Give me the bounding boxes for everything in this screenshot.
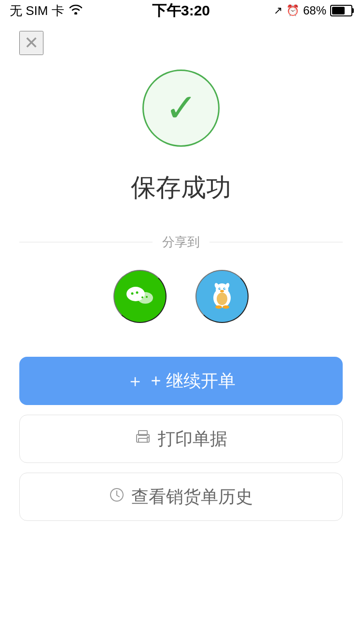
divider-left [19, 242, 153, 242]
close-button[interactable]: ✕ [19, 31, 43, 55]
svg-point-17 [215, 305, 222, 308]
success-title: 保存成功 [131, 171, 231, 205]
share-divider: 分享到 [19, 234, 343, 251]
continue-order-button[interactable]: ＋ + 继续开单 [19, 357, 343, 405]
battery-fill [332, 7, 345, 14]
status-right: ↗ ⏰ 68% [274, 4, 352, 17]
qq-share-button[interactable] [195, 270, 249, 323]
status-left: 无 SIM 卡 [10, 2, 83, 19]
action-buttons: ＋ + 继续开单 打印单据 查看销货单历史 [19, 357, 343, 521]
wechat-share-button[interactable] [113, 270, 167, 323]
share-label: 分享到 [162, 234, 200, 251]
carrier-text: 无 SIM 卡 [10, 2, 64, 19]
main-content: ✕ ✓ 保存成功 分享到 [0, 21, 362, 644]
plus-icon: ＋ [126, 369, 144, 393]
battery-text: 68% [303, 4, 326, 17]
wifi-icon [69, 4, 83, 17]
continue-order-label: + 继续开单 [151, 369, 235, 393]
history-button[interactable]: 查看销货单历史 [19, 473, 343, 521]
svg-point-11 [219, 288, 220, 289]
qq-logo [207, 281, 238, 312]
share-icons-row [19, 270, 343, 323]
print-label: 打印单据 [158, 427, 227, 451]
svg-point-12 [224, 288, 225, 289]
status-time: 下午3:20 [152, 1, 210, 21]
checkmark-icon: ✓ [165, 89, 197, 127]
share-section: 分享到 [19, 234, 343, 323]
svg-point-3 [131, 293, 134, 295]
svg-point-0 [74, 12, 77, 14]
close-icon: ✕ [24, 34, 39, 52]
battery-indicator [330, 5, 352, 16]
svg-point-22 [147, 436, 149, 438]
alarm-icon: ⏰ [286, 4, 299, 17]
wechat-logo [123, 280, 157, 313]
svg-point-4 [136, 292, 139, 294]
print-button[interactable]: 打印单据 [19, 415, 343, 463]
status-bar: 无 SIM 卡 下午3:20 ↗ ⏰ 68% [0, 0, 362, 21]
history-label: 查看销货单历史 [131, 485, 253, 509]
success-circle: ✓ [142, 70, 220, 147]
svg-point-6 [146, 296, 148, 298]
location-icon: ↗ [274, 4, 282, 17]
svg-point-5 [141, 296, 143, 298]
divider-right [209, 242, 343, 242]
svg-point-14 [217, 293, 227, 305]
svg-point-18 [223, 305, 229, 308]
svg-rect-21 [139, 438, 147, 442]
svg-point-13 [220, 290, 224, 292]
history-icon [109, 487, 125, 506]
print-icon [135, 430, 151, 448]
svg-point-2 [138, 292, 153, 304]
